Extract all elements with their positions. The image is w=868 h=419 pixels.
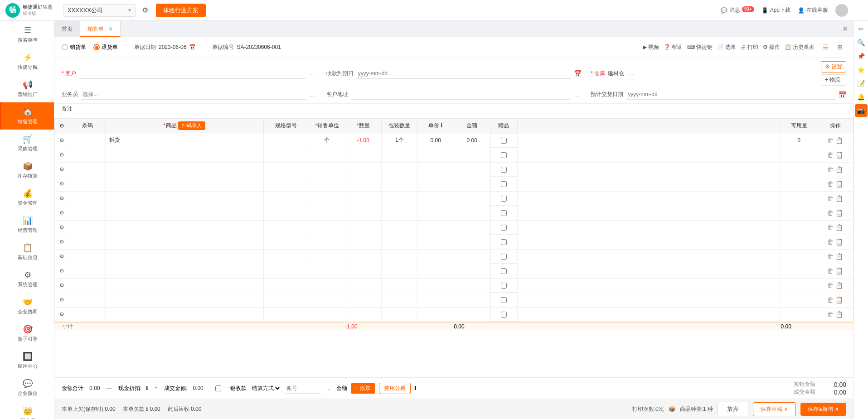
scan-button[interactable]: 扫码录入 <box>178 121 205 130</box>
cell-qty[interactable]: -1.00 <box>345 133 381 148</box>
cell-gift[interactable] <box>490 249 517 264</box>
copy-row-btn[interactable]: 📋 <box>835 209 843 217</box>
copy-row-btn[interactable]: 📋 <box>835 180 843 188</box>
cell-barcode[interactable] <box>69 133 106 148</box>
cell-barcode[interactable] <box>69 148 106 162</box>
cell-price[interactable] <box>417 278 454 293</box>
cell-barcode[interactable] <box>69 307 106 322</box>
cell-qty[interactable] <box>345 264 381 278</box>
cell-price[interactable]: 0.00 <box>417 133 454 148</box>
sidebar-item-basics[interactable]: 📋 基础信息 <box>0 238 54 265</box>
sidebar-item-operations[interactable]: 📊 经营管理 <box>0 211 54 238</box>
cell-spec[interactable] <box>263 206 309 220</box>
cell-barcode[interactable] <box>69 278 106 293</box>
cell-gift[interactable] <box>490 148 517 162</box>
customer-input[interactable] <box>79 68 306 79</box>
cell-gift[interactable] <box>490 206 517 220</box>
remarks-input[interactable] <box>77 104 846 114</box>
cell-spec[interactable] <box>263 148 309 162</box>
avatar[interactable] <box>835 4 848 17</box>
cell-spec[interactable] <box>263 235 309 249</box>
rt-edit-btn[interactable]: ✏ <box>855 23 868 35</box>
radio-return-order[interactable]: 退货单 <box>93 43 118 51</box>
cell-barcode[interactable] <box>69 162 106 177</box>
receipt-date-input[interactable] <box>356 68 572 79</box>
delete-row-btn[interactable]: 🗑 <box>827 238 834 246</box>
delete-row-btn[interactable]: 🗑 <box>827 151 834 159</box>
copy-row-btn[interactable]: 📋 <box>835 166 843 173</box>
rt-bell-btn[interactable]: 🔔 <box>855 91 868 103</box>
cell-gift[interactable] <box>490 220 517 235</box>
tab-sales-order[interactable]: 销售单 ✕ <box>80 21 121 37</box>
print-action[interactable]: 🖨 打印 <box>741 43 758 51</box>
sidebar-item-guide[interactable]: 🎯 新手引导 <box>0 320 54 347</box>
cell-barcode[interactable] <box>69 249 106 264</box>
delete-row-btn[interactable]: 🗑 <box>827 282 834 289</box>
tab-home[interactable]: 首页 <box>54 21 80 37</box>
company-selector[interactable]: XXXXXX公司 ▼ <box>63 4 136 17</box>
logistics-button[interactable]: + 物流 <box>821 74 846 86</box>
delete-row-btn[interactable]: 🗑 <box>827 209 834 217</box>
cell-qty[interactable] <box>345 220 381 235</box>
shortcut-action[interactable]: ⌨ 快捷键 <box>687 43 713 51</box>
delivery-input[interactable] <box>626 89 836 100</box>
cell-price[interactable] <box>417 264 454 278</box>
sidebar-item-wechat[interactable]: 💬 企业微信 <box>0 374 54 401</box>
cell-barcode[interactable] <box>69 177 106 191</box>
cell-gift[interactable] <box>490 264 517 278</box>
address-ellipsis[interactable]: ... <box>573 92 582 98</box>
tab-close-icon[interactable]: ✕ <box>108 26 113 32</box>
list-view-btn[interactable]: ☰ <box>819 41 832 53</box>
sidebar-item-app-center[interactable]: 🔲 应用中心 <box>0 347 54 374</box>
fee-split-button[interactable]: 费用分摊 <box>379 383 411 394</box>
cell-qty[interactable] <box>345 278 381 293</box>
sidebar-item-inventory[interactable]: 📦 库存核算 <box>0 157 54 184</box>
cell-spec[interactable] <box>263 177 309 191</box>
delete-row-btn[interactable]: 🗑 <box>827 137 834 144</box>
cell-price[interactable] <box>417 177 454 191</box>
save-new-button[interactable]: 保存&新增 ∧ <box>800 403 846 416</box>
cell-price[interactable] <box>417 191 454 206</box>
cell-spec[interactable] <box>263 133 309 148</box>
calendar-icon-delivery[interactable]: 📅 <box>839 91 846 98</box>
delete-row-btn[interactable]: 🗑 <box>827 180 834 188</box>
settings-button[interactable]: ⚙ <box>139 4 151 17</box>
history-action[interactable]: 📋 历史单据 <box>785 43 815 51</box>
message-item[interactable]: 💬 消息 99+ <box>721 6 754 14</box>
cell-barcode[interactable] <box>69 191 106 206</box>
cell-price[interactable] <box>417 206 454 220</box>
cell-gift[interactable] <box>490 235 517 249</box>
cell-spec[interactable] <box>263 220 309 235</box>
th-settings[interactable]: ⚙ <box>55 119 69 133</box>
delete-row-btn[interactable]: 🗑 <box>827 311 834 318</box>
rt-pin-btn[interactable]: 📌 <box>855 50 868 63</box>
cell-price[interactable] <box>417 293 454 307</box>
cell-spec[interactable] <box>263 191 309 206</box>
add-fee-button[interactable]: + 添加 <box>351 383 375 394</box>
cell-gift[interactable] <box>490 191 517 206</box>
sidebar-item-enterprise[interactable]: 🤝 企业协同 <box>0 293 54 320</box>
cell-gift[interactable] <box>490 133 517 148</box>
cell-qty[interactable] <box>345 307 381 322</box>
rt-camera-btn[interactable]: 📷 <box>855 104 868 117</box>
cell-barcode[interactable] <box>69 206 106 220</box>
select-action[interactable]: 📄 选单 <box>717 43 736 51</box>
cell-gift[interactable] <box>490 307 517 322</box>
grid-view-btn[interactable]: ⊞ <box>834 41 846 53</box>
copy-row-btn[interactable]: 📋 <box>835 311 843 318</box>
cell-price[interactable] <box>417 307 454 322</box>
close-all-button[interactable]: ✕ <box>837 24 853 33</box>
online-service-item[interactable]: 👤 在线客服 <box>798 6 828 14</box>
cell-price[interactable] <box>417 220 454 235</box>
rt-search-btn[interactable]: 🔍 <box>855 36 868 49</box>
operation-action[interactable]: ⚙ 操作 <box>763 43 780 51</box>
cell-barcode[interactable] <box>69 220 106 235</box>
copy-row-btn[interactable]: 📋 <box>835 238 843 246</box>
cell-qty[interactable] <box>345 148 381 162</box>
cell-price[interactable] <box>417 249 454 264</box>
cell-qty[interactable] <box>345 177 381 191</box>
cell-spec[interactable] <box>263 293 309 307</box>
cell-qty[interactable] <box>345 191 381 206</box>
customer-ellipsis[interactable]: ... <box>309 70 317 77</box>
cell-qty[interactable] <box>345 206 381 220</box>
